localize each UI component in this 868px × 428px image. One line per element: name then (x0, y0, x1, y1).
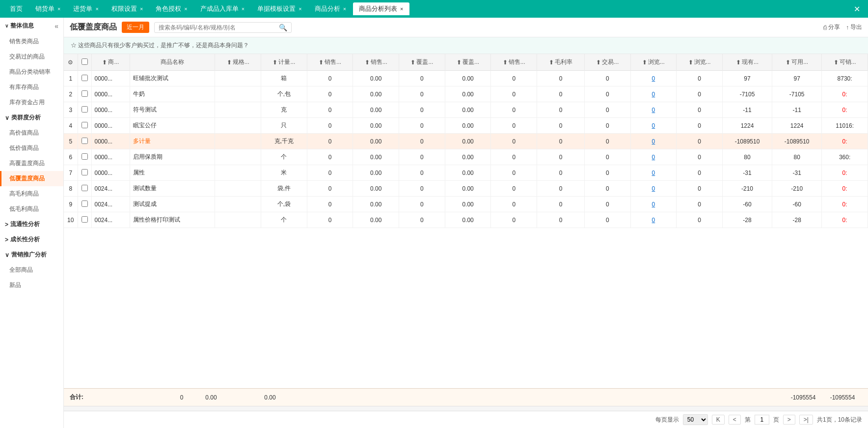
col-header-cover2[interactable]: ⬆覆盖... (445, 54, 491, 71)
search-input[interactable] (159, 24, 279, 31)
col-header-sales-amount[interactable]: ⬆销售... (353, 54, 399, 71)
col-header-browse1[interactable]: ⬆浏览... (630, 54, 677, 71)
sidebar-section-cluster[interactable]: ∨ 类群度分析 (0, 110, 63, 125)
row-browse1[interactable]: 0 (630, 212, 677, 228)
col-header-gross-margin[interactable]: ⬆毛利率 (537, 54, 585, 71)
window-close-button[interactable]: ✕ (850, 4, 864, 14)
select-all-checkbox[interactable] (81, 58, 88, 65)
time-filter-button[interactable]: 近一月 (122, 22, 149, 33)
export-button[interactable]: ↑ 导出 (846, 23, 862, 31)
row-browse1[interactable]: 0 (630, 102, 677, 118)
row-checkbox[interactable] (78, 118, 91, 134)
sidebar-section-overall[interactable]: ∨ 整体信息 « (0, 18, 63, 34)
row-browse1[interactable]: 0 (630, 118, 677, 134)
next-page-button[interactable]: > (783, 415, 795, 425)
row-browse1[interactable]: 0 (630, 86, 677, 102)
row-checkbox[interactable] (78, 71, 91, 86)
sidebar-section-marketing[interactable]: ∨ 营销推广分析 (0, 247, 63, 262)
close-icon[interactable]: × (95, 6, 98, 12)
col-header-sellable[interactable]: ⬆可销... (822, 54, 868, 71)
row-checkbox[interactable] (78, 212, 91, 228)
col-header-spec[interactable]: ⬆规格... (215, 54, 261, 71)
first-page-button[interactable]: K (712, 415, 725, 425)
settings-column-header[interactable]: ⚙ (64, 54, 78, 71)
row-checkbox[interactable] (78, 102, 91, 118)
nav-tab-permissions[interactable]: 权限设置 × (106, 2, 149, 15)
row-checkbox[interactable] (78, 86, 91, 102)
row-checkbox[interactable] (78, 134, 91, 149)
row-checkbox[interactable] (78, 181, 91, 197)
nav-tab-sales[interactable]: 销货单 × (29, 2, 66, 15)
col-header-trade[interactable]: ⬆交易... (584, 54, 630, 71)
row-name[interactable]: 牛奶 (130, 86, 215, 102)
row-name[interactable]: 眠宝公仔 (130, 118, 215, 134)
col-header-unit[interactable]: ⬆计量... (261, 54, 307, 71)
row-cover2: 0.00 (445, 181, 491, 197)
nav-tab-warehouse[interactable]: 产成品入库单 × (194, 2, 250, 15)
row-browse1[interactable]: 0 (630, 197, 677, 212)
sidebar-item-high-coverage[interactable]: 高覆盖度商品 (0, 156, 63, 171)
row-name[interactable]: 属性 (130, 165, 215, 181)
sidebar-item-new-goods[interactable]: 新品 (0, 278, 63, 293)
close-icon[interactable]: × (400, 6, 403, 12)
prev-page-button[interactable]: < (729, 415, 741, 425)
row-browse1[interactable]: 0 (630, 134, 677, 149)
sidebar-collapse-button[interactable]: « (54, 22, 58, 30)
row-name[interactable]: 属性价格打印测试 (130, 212, 215, 228)
row-num: 8 (64, 181, 78, 197)
col-header-available[interactable]: ⬆可用... (772, 54, 822, 71)
row-browse1[interactable]: 0 (630, 181, 677, 197)
sidebar-section-growth[interactable]: > 成长性分析 (0, 232, 63, 247)
sidebar-item-traded-goods[interactable]: 交易过的商品 (0, 49, 63, 64)
row-checkbox[interactable] (78, 197, 91, 212)
sidebar-item-stock-fund[interactable]: 库存资金占用 (0, 95, 63, 110)
close-icon[interactable]: × (242, 6, 244, 12)
row-name[interactable]: 测试提成 (130, 197, 215, 212)
row-name[interactable]: 多计量 (130, 134, 215, 149)
close-icon[interactable]: × (57, 6, 60, 12)
col-header-code[interactable]: ⬆商... (91, 54, 130, 71)
nav-tab-analysis[interactable]: 商品分析 × (309, 2, 352, 15)
sidebar-item-category-rate[interactable]: 商品分类动销率 (0, 64, 63, 80)
sidebar-item-in-stock[interactable]: 有库存商品 (0, 80, 63, 95)
row-name[interactable]: 启用保质期 (130, 149, 215, 165)
row-browse1[interactable]: 0 (630, 71, 677, 86)
nav-tab-analysis-list[interactable]: 商品分析列表 × (353, 2, 409, 15)
row-name[interactable]: 测试数量 (130, 181, 215, 197)
col-header-sales-qty[interactable]: ⬆销售... (307, 54, 353, 71)
nav-tab-home[interactable]: 首页 (4, 2, 28, 15)
close-icon[interactable]: × (298, 6, 301, 12)
sidebar-item-low-value[interactable]: 低价值商品 (0, 141, 63, 156)
share-button[interactable]: ⎙ 分享 (823, 23, 840, 31)
col-header-name[interactable]: 商品名称 (130, 54, 215, 71)
checkbox-column-header[interactable] (78, 54, 91, 71)
sidebar-item-low-coverage[interactable]: 低覆盖度商品 (0, 171, 63, 186)
sidebar-item-sales-goods[interactable]: 销售类商品 (0, 34, 63, 49)
row-sales-qty: 0 (307, 118, 353, 134)
row-name[interactable]: 旺辅批次测试 (130, 71, 215, 86)
nav-tab-template[interactable]: 单据模板设置 × (251, 2, 307, 15)
col-header-cover1[interactable]: ⬆覆盖... (399, 54, 445, 71)
close-icon[interactable]: × (140, 6, 143, 12)
col-header-current-stock[interactable]: ⬆现有... (722, 54, 772, 71)
row-browse1[interactable]: 0 (630, 165, 677, 181)
row-current-stock: -60 (722, 197, 772, 212)
sidebar-item-all-goods[interactable]: 全部商品 (0, 262, 63, 278)
sidebar-item-high-margin[interactable]: 高毛利商品 (0, 186, 63, 201)
col-header-sales3[interactable]: ⬆销售... (491, 54, 537, 71)
sidebar-section-liquidity[interactable]: > 流通性分析 (0, 217, 63, 232)
row-name[interactable]: 符号测试 (130, 102, 215, 118)
sidebar-item-high-value[interactable]: 高价值商品 (0, 125, 63, 141)
col-header-browse2[interactable]: ⬆浏览... (677, 54, 723, 71)
last-page-button[interactable]: >| (799, 415, 813, 425)
sidebar-item-low-margin[interactable]: 低毛利商品 (0, 201, 63, 217)
row-browse1[interactable]: 0 (630, 149, 677, 165)
page-number-input[interactable] (755, 415, 769, 425)
nav-tab-purchase[interactable]: 进货单 × (67, 2, 104, 15)
row-checkbox[interactable] (78, 165, 91, 181)
per-page-select[interactable]: 50 20 100 (683, 414, 708, 425)
row-checkbox[interactable] (78, 149, 91, 165)
close-icon[interactable]: × (184, 6, 187, 12)
close-icon[interactable]: × (343, 6, 346, 12)
nav-tab-roles[interactable]: 角色授权 × (150, 2, 193, 15)
